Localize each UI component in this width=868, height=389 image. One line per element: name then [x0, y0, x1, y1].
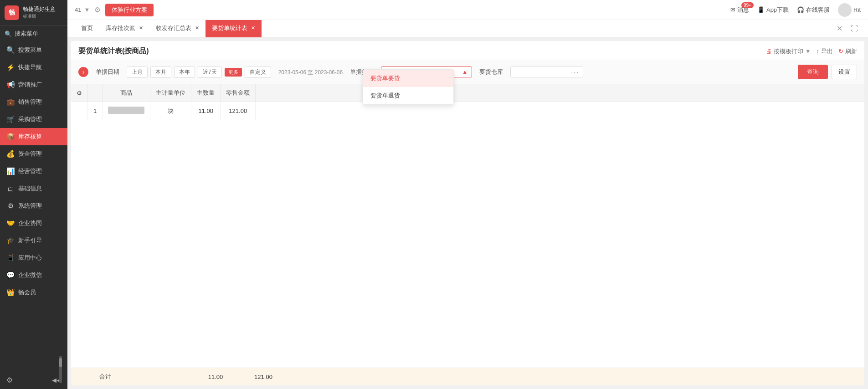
table-header-row: ⚙ 商品 主计量单位 主数量 零售金额	[71, 84, 864, 102]
trial-button[interactable]: 体验行业方案	[105, 4, 154, 16]
sidebar-logo: 畅 畅捷通好生意 标准版	[0, 0, 67, 26]
warehouse-dots-icon[interactable]: ···	[571, 68, 579, 76]
tab-close-receivable-summary[interactable]: ✕	[195, 25, 199, 31]
date-btn-more[interactable]: 更多	[225, 68, 242, 77]
sidebar-label-guide: 新手引导	[18, 236, 42, 245]
col-product: 商品	[103, 84, 150, 102]
sidebar-label-basic: 基础信息	[18, 184, 42, 193]
operation-icon: 📊	[6, 167, 15, 175]
sidebar-item-purchase[interactable]: 🛒采购管理	[0, 111, 67, 128]
scroll-thumb	[59, 358, 62, 367]
store-selector[interactable]: 41 ▼	[75, 6, 90, 13]
sidebar-item-basic[interactable]: 🗂基础信息	[0, 180, 67, 197]
purchase-icon: 🛒	[6, 115, 15, 123]
service-icon: 🎧	[797, 6, 804, 13]
user-avatar	[838, 3, 852, 17]
app-label: App下载	[766, 6, 789, 14]
scroll-track	[59, 356, 62, 383]
sidebar-item-appstore[interactable]: 📱应用中心	[0, 249, 67, 266]
sidebar-item-finance[interactable]: 💰资金管理	[0, 145, 67, 163]
sidebar-label-system: 系统管理	[18, 202, 42, 210]
date-btn-this-month[interactable]: 本月	[150, 67, 171, 78]
sidebar-bottom: ⚙ ◀◀	[0, 371, 67, 389]
export-label: 导出	[821, 47, 833, 56]
date-btn-7days[interactable]: 近7天	[198, 67, 222, 78]
sidebar-item-marketing[interactable]: 📢营销推广	[0, 76, 67, 93]
type-dropdown-chevron[interactable]: ▲	[462, 68, 468, 76]
user-item[interactable]: Rit	[838, 3, 861, 17]
date-options: 上月 本月 本年 近7天 更多 自定义	[127, 67, 271, 78]
sidebar-label-quick-nav: 快捷导航	[18, 63, 42, 72]
dropdown-item-1[interactable]: 要货单退货	[363, 87, 453, 104]
main-area: 41 ▼ ⚙ 体验行业方案 ✉ 消息 99+ 📱 App下载 🎧 在线客服	[67, 0, 868, 389]
sidebar-settings-icon[interactable]: ⚙	[6, 376, 13, 384]
col-settings[interactable]: ⚙	[71, 84, 88, 102]
search-icon: 🔍	[5, 31, 12, 37]
query-button[interactable]: 查询	[798, 65, 828, 79]
print-btn[interactable]: 🖨 按模板打印 ▼	[766, 47, 811, 56]
sidebar-item-quick-nav[interactable]: ⚡快捷导航	[0, 59, 67, 76]
sidebar-item-enterprise[interactable]: 🤝企业协同	[0, 215, 67, 232]
date-btn-custom[interactable]: 自定义	[245, 67, 271, 78]
page-content: 要货单统计表(按商品) 🖨 按模板打印 ▼ ↑ 导出 ↻ 刷新 ›	[71, 41, 864, 385]
enterprise-icon: 🤝	[6, 219, 15, 227]
sidebar-item-wechat[interactable]: 💬企业微信	[0, 266, 67, 284]
product-blurred	[108, 107, 144, 114]
service-label: 在线客服	[806, 6, 830, 14]
marketing-icon: 📢	[6, 81, 15, 89]
sidebar-label-sales: 销售管理	[18, 98, 42, 106]
export-btn[interactable]: ↑ 导出	[817, 47, 833, 56]
page-actions: 🖨 按模板打印 ▼ ↑ 导出 ↻ 刷新	[766, 47, 857, 56]
service-item[interactable]: 🎧 在线客服	[797, 6, 830, 14]
store-number-label: 41	[75, 6, 81, 13]
sidebar-items: 🔍搜索菜单⚡快捷导航📢营销推广💼销售管理🛒采购管理📦库存核算💰资金管理📊经营管理…	[0, 41, 67, 301]
tab-close-inventory-batch[interactable]: ✕	[139, 25, 143, 31]
tab-receivable-summary[interactable]: 收发存汇总表 ✕	[149, 20, 205, 37]
row-unit-cell: 块	[150, 102, 191, 120]
tab-expand-icon[interactable]: ⛶	[848, 24, 861, 34]
tab-label-receivable-summary: 收发存汇总表	[156, 24, 191, 32]
sidebar-item-inventory[interactable]: 📦库存核算	[0, 128, 67, 145]
refresh-btn[interactable]: ↻ 刷新	[838, 47, 857, 56]
sidebar-item-search[interactable]: 🔍搜索菜单	[0, 41, 67, 59]
tab-label-home: 首页	[81, 24, 93, 32]
tab-inventory-batch[interactable]: 库存批次账 ✕	[99, 20, 149, 37]
search-icon: 🔍	[6, 46, 15, 54]
sidebar-scroll	[0, 301, 67, 328]
basic-icon: 🗂	[6, 185, 15, 193]
tab-order-stats[interactable]: 要货单统计表 ✕	[205, 20, 262, 37]
filter-settings-button[interactable]: 设置	[832, 65, 857, 79]
dropdown-item-0[interactable]: 要货单要货	[363, 70, 453, 87]
topbar-right: ✉ 消息 99+ 📱 App下载 🎧 在线客服 Rit	[730, 3, 861, 17]
sidebar-label-wechat: 企业微信	[18, 271, 42, 279]
sidebar-item-system[interactable]: ⚙系统管理	[0, 197, 67, 215]
footer-total-amount: 121.00	[245, 374, 282, 380]
sidebar-item-sales[interactable]: 💼销售管理	[0, 93, 67, 111]
tab-close-all-icon[interactable]: ✕	[834, 23, 845, 34]
sidebar-label-marketing: 营销推广	[18, 81, 42, 89]
app-icon: 📱	[757, 6, 765, 13]
topbar-gear-icon[interactable]: ⚙	[94, 5, 101, 14]
col-extra	[256, 84, 864, 102]
tab-home[interactable]: 首页	[75, 20, 99, 37]
refresh-icon: ↻	[838, 48, 843, 55]
app-download-item[interactable]: 📱 App下载	[757, 6, 789, 14]
table-body: 1 块 11.00 121.00	[71, 102, 864, 120]
sidebar-item-operation[interactable]: 📊经营管理	[0, 163, 67, 180]
quick-nav-icon: ⚡	[6, 63, 15, 72]
store-dropdown-icon: ▼	[84, 6, 90, 13]
sidebar-label-inventory: 库存核算	[18, 133, 42, 141]
tab-close-order-stats[interactable]: ✕	[251, 25, 255, 31]
sidebar-item-guide[interactable]: 🎓新手引导	[0, 232, 67, 249]
message-item[interactable]: ✉ 消息 99+	[730, 6, 749, 14]
sidebar-search[interactable]: 🔍 搜索菜单	[0, 26, 67, 41]
sidebar-item-member[interactable]: 👑畅会员	[0, 284, 67, 301]
row-amount-cell: 121.00	[221, 102, 256, 120]
filter-expand-btn[interactable]: ›	[78, 67, 88, 77]
message-badge: 99+	[741, 2, 754, 8]
date-btn-last-month[interactable]: 上月	[127, 67, 148, 78]
date-btn-this-year[interactable]: 本年	[174, 67, 195, 78]
warehouse-filter-input[interactable]: ···	[510, 67, 583, 77]
col-index	[88, 84, 103, 102]
row-product-cell	[103, 102, 150, 120]
